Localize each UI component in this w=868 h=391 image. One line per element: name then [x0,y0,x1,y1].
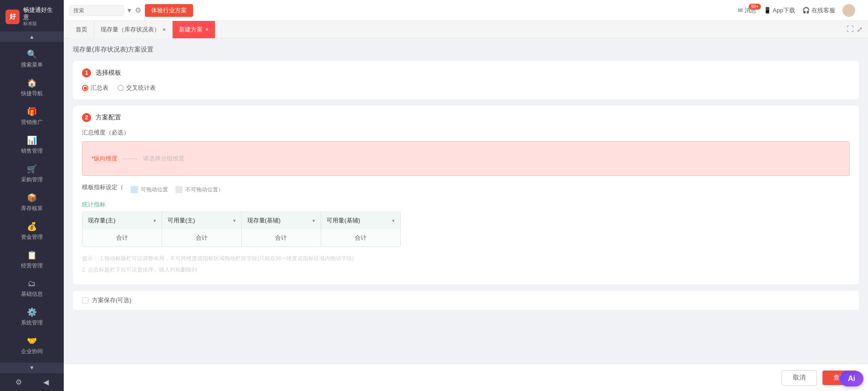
sidebar-item-search[interactable]: 🔍 搜索菜单 [0,45,64,73]
stats-col-0[interactable]: 现存量(主) ▾ [82,212,162,229]
page-title: 现存量(库存状况表)方案设置 [73,46,859,54]
sidebar-item-sales[interactable]: 📊 销售管理 [0,131,64,159]
tabs-bar: 首页 现存量（库存状况表） × 新建方案 × ⛶ ⤢ [64,21,868,38]
dimension-area[interactable]: *纵向维度 —— 请选择分组维度 [82,141,850,176]
home-icon: 🏠 [27,78,37,88]
sidebar-collapse-btn[interactable]: ◀ [43,378,49,386]
save-option-row: 方案保存(可选) [73,291,859,310]
management-icon: 📋 [27,250,37,260]
vertical-dim-hint: 请选择分组维度 [143,154,184,163]
tab-inventory-label: 现存量（库存状况表） [101,26,160,34]
stats-table-header: 现存量(主) ▾ 可用量(主) ▾ 现存量(基辅) ▾ 可用量(基辅) [82,212,400,229]
indicator-label-text: 模板指标设定（ [82,183,123,191]
sidebar-scroll-down[interactable]: ▼ [0,363,64,373]
tab-home-label: 首页 [76,26,87,34]
step2-section: 2 方案配置 汇总维度（必选） *纵向维度 —— 请选择分组维度 模板指标设定（… [73,106,859,284]
col-chevron-0[interactable]: ▾ [153,218,156,224]
stats-col-1[interactable]: 可用量(主) ▾ [162,212,242,229]
toggle-fixed-label: 不可拖动位置） [185,186,224,194]
col-chevron-3[interactable]: ▾ [392,218,395,224]
tip-2: 2. 点击标题栏下拉可设置排序、插入列和删除列 [82,266,850,274]
collab-icon: 🤝 [27,336,37,346]
stats-table: 现存量(主) ▾ 可用量(主) ▾ 现存量(基辅) ▾ 可用量(基辅) [82,211,401,247]
vertical-dim-required: *纵向维度 [92,154,117,163]
bottom-bar: 取消 查询 [64,364,868,391]
template-options: 汇总表 交叉统计表 [82,84,850,92]
stats-body-0: 合计 [82,229,162,247]
summary-dim-label: 汇总维度（必选） [82,129,850,137]
purchase-icon: 🛒 [27,164,37,174]
template-summary-radio[interactable]: 汇总表 [82,84,108,92]
stats-label: 统计指标 [82,201,850,209]
topbar-left: ▾ ⚙ 体验行业方案 [69,4,193,17]
topbar-settings-icon[interactable]: ⚙ [135,6,141,15]
sidebar-item-purchase[interactable]: 🛒 采购管理 [0,159,64,188]
tip-1: 提示： 1.拖动标题栏可以调整布局，不可跨维度或指标区域拖动栏目字段(只能在同一… [82,254,850,263]
trial-industry-button[interactable]: 体验行业方案 [145,4,193,17]
template-cross-radio[interactable]: 交叉统计表 [117,84,156,92]
main-area: ▾ ⚙ 体验行业方案 ✉ 消息 99+ 📱 App下载 🎧 在线客服 首页 [64,0,868,391]
indicator-toggles: 模板指标设定（ 可拖动位置 不可拖动位置） [82,183,850,196]
ai-float-button[interactable]: Ai [840,371,863,386]
finance-icon: 💰 [27,221,37,232]
app-logo-text: 畅捷通好生意 标准版 [23,6,58,27]
stats-col-2[interactable]: 现存量(基辅) ▾ [242,212,322,229]
col-chevron-2[interactable]: ▾ [312,218,315,224]
content-area: 现存量(库存状况表)方案设置 1 选择模板 汇总表 交叉统计表 2 [64,38,868,364]
cancel-button[interactable]: 取消 [781,370,817,386]
tab-inventory-close[interactable]: × [163,26,166,33]
toggle-movable-label: 可拖动位置 [141,186,168,194]
headset-icon: 🎧 [802,7,810,14]
stats-body-2: 合计 [242,229,322,247]
inventory-icon: 📦 [27,193,37,203]
step2-badge: 2 [82,113,91,122]
basic-info-icon: 🗂 [28,279,36,288]
phone-icon: 📱 [764,7,771,14]
sidebar-item-basic-info[interactable]: 🗂 基础信息 [0,274,64,303]
stats-body-3: 合计 [321,229,400,247]
system-icon: ⚙️ [27,307,37,317]
step1-header: 1 选择模板 [82,68,850,77]
topbar-search-input[interactable] [69,5,124,16]
sidebar-item-management[interactable]: 📋 经营管理 [0,246,64,274]
sidebar-item-quicknav[interactable]: 🏠 快捷导航 [0,73,64,102]
summary-radio-circle [82,85,88,91]
sidebar-item-finance[interactable]: 💰 资金管理 [0,217,64,246]
cross-radio-circle [117,85,124,91]
expand-icon[interactable]: ⤢ [857,25,863,34]
search-icon: 🔍 [27,49,37,59]
toggle-fixed-box [175,186,183,193]
sidebar: 好 畅捷通好生意 标准版 ▲ 🔍 搜索菜单 🏠 快捷导航 🎁 营销推广 📊 销售… [0,0,64,391]
col-chevron-1[interactable]: ▾ [233,218,236,224]
topbar-right: ✉ 消息 99+ 📱 App下载 🎧 在线客服 [738,4,863,17]
topbar-app-download-btn[interactable]: 📱 App下载 [764,6,795,15]
tab-new-plan-close[interactable]: × [205,26,209,33]
app-logo-icon: 好 [5,10,20,24]
sidebar-logo: 好 畅捷通好生意 标准版 [0,0,64,32]
topbar-service-btn[interactable]: 🎧 在线客服 [802,6,835,15]
save-checkbox[interactable] [82,297,88,304]
sidebar-item-system[interactable]: ⚙️ 系统管理 [0,303,64,331]
tips-section: 提示： 1.拖动标题栏可以调整布局，不可跨维度或指标区域拖动栏目字段(只能在同一… [82,254,850,274]
step2-title: 方案配置 [96,113,121,122]
tab-inventory[interactable]: 现存量（库存状况表） × [94,21,173,38]
stats-table-body: 合计 合计 合计 合计 [82,229,400,247]
toggle-fixed-option: 不可拖动位置） [175,186,224,194]
sidebar-item-marketing[interactable]: 🎁 营销推广 [0,102,64,131]
sidebar-footer: ⚙ ◀ [0,373,64,391]
topbar-message-btn[interactable]: ✉ 消息 99+ [738,6,756,15]
stats-col-3[interactable]: 可用量(基辅) ▾ [321,212,400,229]
sidebar-nav: 🔍 搜索菜单 🏠 快捷导航 🎁 营销推广 📊 销售管理 🛒 采购管理 📦 库存核… [0,42,64,363]
sidebar-settings-btn[interactable]: ⚙ [15,378,22,386]
sidebar-scroll-up[interactable]: ▲ [0,32,64,42]
tab-new-plan[interactable]: 新建方案 × [173,21,215,38]
topbar-dropdown-icon[interactable]: ▾ [128,6,131,15]
tab-home[interactable]: 首页 [69,21,94,38]
step2-header: 2 方案配置 [82,113,850,122]
user-avatar[interactable] [842,4,855,17]
save-option-label: 方案保存(可选) [92,296,132,304]
stats-section: 统计指标 现存量(主) ▾ 可用量(主) ▾ 现存量(基辅) [82,201,850,247]
sidebar-item-collab[interactable]: 🤝 企业协同 [0,331,64,360]
maximize-icon[interactable]: ⛶ [847,25,854,34]
sidebar-item-inventory[interactable]: 📦 库存核算 [0,188,64,217]
